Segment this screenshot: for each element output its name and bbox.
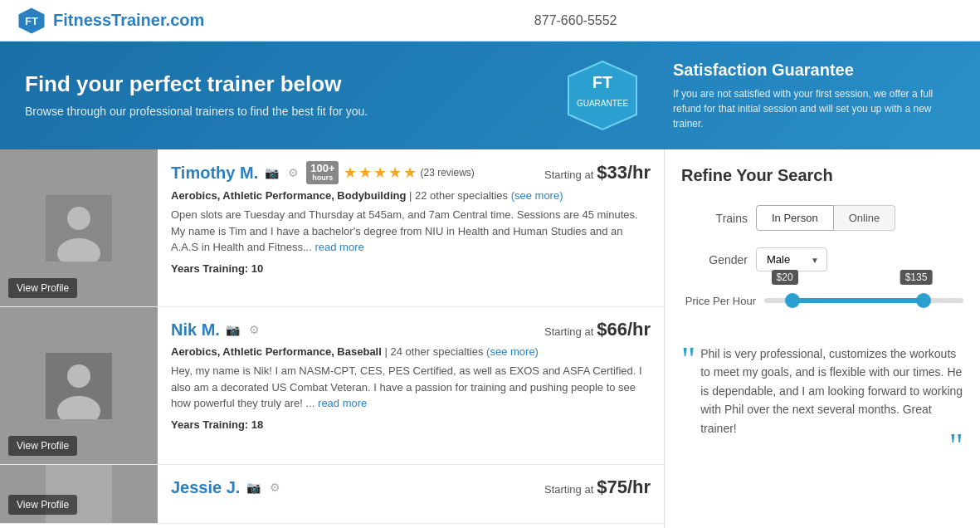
trainer-price-2: Starting at $66/hr — [544, 319, 651, 340]
trainer-image-1: View Profile — [0, 149, 158, 306]
banner-subtitle: Browse through our professional trainers… — [25, 104, 382, 120]
read-more-link-2[interactable]: read more — [318, 397, 367, 409]
sidebar-title: Refine Your Search — [681, 166, 963, 185]
trains-label: Trains — [681, 212, 748, 225]
gear-icon-1: ⚙ — [285, 164, 301, 181]
guarantee-text: If you are not satisfied with your first… — [673, 86, 955, 131]
view-profile-btn-1[interactable]: View Profile — [8, 278, 77, 298]
banner-title: Find your perfect trainer below — [25, 71, 532, 97]
stars-1: ★ ★ ★ ★ ★ (23 reviews) — [344, 164, 474, 182]
ft-guarantee-logo: FT GUARANTEE — [565, 58, 640, 133]
trainer-card: View Profile Timothy M. 📷 ⚙ 100+ hours ★ — [0, 149, 664, 307]
price-filter-row: Price Per Hour $20 $135 — [681, 288, 963, 313]
logo-text: FitnessTrainer.com — [53, 11, 204, 30]
trainer-list: View Profile Timothy M. 📷 ⚙ 100+ hours ★ — [0, 149, 665, 528]
svg-text:FT: FT — [592, 73, 612, 91]
open-quote: " — [681, 345, 695, 376]
banner-text: Find your perfect trainer below Browse t… — [25, 71, 532, 120]
trainer-name-2: Nik M. — [171, 320, 220, 340]
trainer-card-2: View Profile Nik M. 📷 ⚙ Starting at $66/… — [0, 307, 664, 465]
price-max-tooltip: $135 — [900, 270, 933, 285]
see-more-link-1[interactable]: (see more) — [511, 189, 563, 202]
gear-icon-2: ⚙ — [246, 321, 263, 338]
trainer-bio-1: Open slots are Tuesday and Thursday at 5… — [171, 207, 651, 256]
guarantee-section: Satisfaction Guarantee If you are not sa… — [673, 61, 955, 131]
trainer-name-row-1: Timothy M. 📷 ⚙ 100+ hours ★ ★ ★ ★ ★ — [171, 161, 475, 184]
trains-buttons: In Person Online — [756, 205, 895, 231]
main-content: View Profile Timothy M. 📷 ⚙ 100+ hours ★ — [0, 149, 980, 528]
sidebar: Refine Your Search Trains In Person Onli… — [665, 149, 980, 528]
in-person-btn[interactable]: In Person — [756, 205, 834, 231]
hours-badge-1: 100+ hours — [306, 161, 339, 184]
trainer-card-3: View Profile Jessie J. 📷 ⚙ Starting at $… — [0, 465, 664, 524]
page-header: FT FitnessTrainer.com 877-660-5552 — [0, 0, 980, 42]
logo-icon: FT — [17, 6, 46, 36]
slider-thumb-min[interactable]: $20 — [785, 293, 800, 308]
price-slider[interactable]: $20 $135 — [764, 288, 963, 313]
svg-text:FT: FT — [25, 15, 38, 27]
gender-select[interactable]: Male Female Any — [756, 247, 827, 271]
trainer-name-row-2: Nik M. 📷 ⚙ — [171, 320, 263, 340]
trainer-header-2: Nik M. 📷 ⚙ Starting at $66/hr — [171, 319, 651, 340]
trainer-name-1: Timothy M. — [171, 164, 258, 183]
trainer-header-3: Jessie J. 📷 ⚙ Starting at $75/hr — [171, 477, 651, 498]
trains-filter-row: Trains In Person Online — [681, 205, 963, 231]
trainer-image-3: View Profile — [0, 465, 158, 523]
slider-fill — [792, 298, 924, 303]
trainer-header-1: Timothy M. 📷 ⚙ 100+ hours ★ ★ ★ ★ ★ — [171, 161, 651, 184]
specialties-2: Aerobics, Athletic Performance, Baseball… — [171, 345, 651, 358]
years-training-2: Years Training: 18 — [171, 418, 651, 431]
camera-icon-1: 📷 — [263, 164, 280, 181]
svg-marker-2 — [568, 61, 636, 130]
gender-filter-row: Gender Male Female Any — [681, 247, 963, 271]
close-quote: " — [949, 427, 963, 465]
svg-point-6 — [67, 207, 90, 230]
testimonial: " Phil is very professional, customizes … — [681, 336, 963, 468]
read-more-link-1[interactable]: read more — [314, 241, 363, 253]
view-profile-btn-2[interactable]: View Profile — [8, 436, 77, 456]
camera-icon-2: 📷 — [225, 321, 241, 338]
trainer-image-2: View Profile — [0, 307, 158, 464]
gender-select-wrap[interactable]: Male Female Any — [756, 247, 827, 271]
svg-point-9 — [67, 364, 90, 388]
view-profile-btn-3[interactable]: View Profile — [8, 495, 77, 515]
trainer-info-3: Jessie J. 📷 ⚙ Starting at $75/hr — [158, 465, 664, 523]
guarantee-title: Satisfaction Guarantee — [673, 61, 955, 80]
trainer-info-2: Nik M. 📷 ⚙ Starting at $66/hr Aerobics, … — [158, 307, 664, 464]
reviews-text-1: (23 reviews) — [420, 167, 474, 178]
trainer-price-1: Starting at $33/hr — [544, 162, 651, 183]
trainer-info-1: Timothy M. 📷 ⚙ 100+ hours ★ ★ ★ ★ ★ — [158, 149, 664, 306]
trainer-name-row-3: Jessie J. 📷 ⚙ — [171, 478, 283, 497]
see-more-link-2[interactable]: (see more) — [486, 345, 539, 358]
price-value-1: $33/hr — [597, 162, 651, 183]
trainer-name-3: Jessie J. — [171, 478, 240, 497]
specialties-1: Aerobics, Athletic Performance, Bodybuil… — [171, 189, 651, 202]
price-value-2: $66/hr — [597, 319, 651, 340]
banner: Find your perfect trainer below Browse t… — [0, 42, 980, 149]
trainer-price-3: Starting at $75/hr — [544, 477, 651, 498]
price-label: Price Per Hour — [681, 295, 756, 307]
slider-thumb-max[interactable]: $135 — [916, 293, 931, 308]
gender-label: Gender — [681, 253, 748, 266]
logo-area: FT FitnessTrainer.com — [17, 6, 204, 36]
years-training-1: Years Training: 10 — [171, 262, 651, 275]
slider-track: $20 $135 — [764, 298, 963, 303]
svg-text:GUARANTEE: GUARANTEE — [577, 99, 629, 108]
price-min-tooltip: $20 — [772, 270, 798, 285]
online-btn[interactable]: Online — [834, 205, 896, 231]
camera-icon-3: 📷 — [245, 479, 261, 496]
phone-number: 877-660-5552 — [534, 13, 617, 28]
price-value-3: $75/hr — [597, 477, 651, 497]
gear-icon-3: ⚙ — [266, 479, 283, 496]
trainer-bio-2: Hey, my name is Nik! I am NASM-CPT, CES,… — [171, 363, 651, 412]
quote-text: Phil is very professional, customizes th… — [700, 345, 963, 438]
